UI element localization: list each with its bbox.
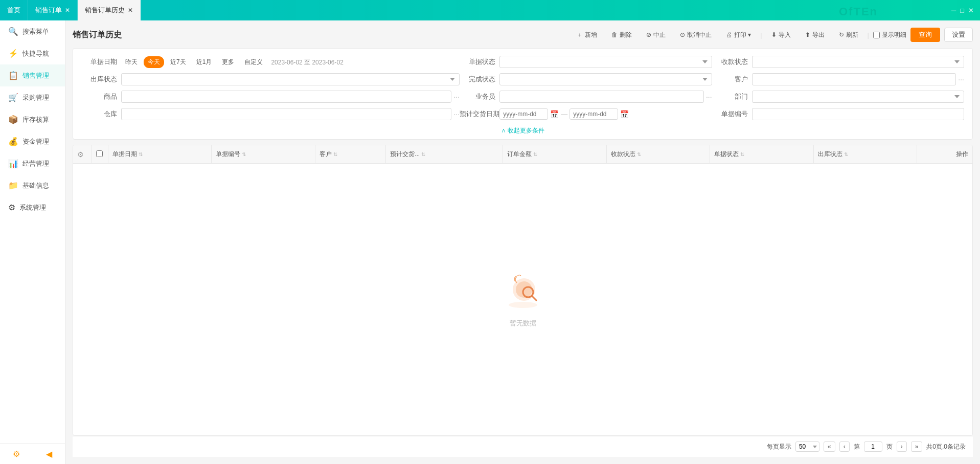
tab-close-sales-order[interactable]: ✕ [65, 7, 70, 14]
date-separator: — [561, 111, 567, 118]
th-order-no[interactable]: 单据编号⇅ [212, 145, 315, 164]
next-page-button[interactable]: › [897, 441, 907, 452]
customer-input[interactable] [752, 73, 956, 85]
print-button[interactable]: 🖨 打印 ▾ [721, 28, 756, 42]
th-amount[interactable]: 订单金额⇅ [503, 145, 607, 164]
total-text: 共0页,0条记录 [926, 443, 966, 451]
export-icon: ⬆ [805, 31, 810, 38]
new-button[interactable]: ＋ 新增 [572, 28, 602, 42]
collapse-filter-bar[interactable]: ∧ 收起更多条件 [81, 125, 964, 135]
delete-button[interactable]: 🗑 删除 [606, 28, 637, 42]
export-button[interactable]: ⬆ 导出 [800, 28, 830, 42]
system-mgmt-icon: ⚙ [8, 203, 15, 212]
dept-select[interactable] [752, 91, 964, 103]
empty-state: 暂无数据 [73, 164, 972, 435]
th-date[interactable]: 单据日期⇅ [108, 145, 212, 164]
date-tab-more[interactable]: 更多 [218, 56, 238, 68]
sidebar-item-quick-nav[interactable]: ⚡ 快捷导航 [0, 42, 65, 64]
delivery-date-start-calendar-icon[interactable]: 📅 [550, 110, 559, 118]
inventory-icon: 📦 [8, 115, 18, 124]
tab-sales-order[interactable]: 销售订单 ✕ [28, 0, 78, 20]
settings-bottom-icon[interactable]: ⚙ [13, 449, 20, 459]
sidebar-item-system-mgmt[interactable]: ⚙ 系统管理 [0, 196, 65, 218]
warehouse-input[interactable] [121, 108, 451, 120]
date-tab-yesterday[interactable]: 昨天 [121, 56, 142, 68]
page-title: 销售订单历史 [73, 30, 572, 40]
settings-button[interactable]: 设置 [944, 28, 973, 42]
date-tab-7days[interactable]: 近7天 [166, 56, 190, 68]
th-receipt-status[interactable]: 收款状态⇅ [606, 145, 710, 164]
delivery-date-end-calendar-icon[interactable]: 📅 [620, 110, 629, 118]
sort-delivery-icon: ⇅ [421, 151, 425, 157]
complete-status-select[interactable] [499, 73, 712, 85]
select-all-checkbox[interactable] [96, 150, 103, 157]
th-customer[interactable]: 客户⇅ [315, 145, 386, 164]
date-filter-control: 昨天 今天 近7天 近1月 更多 自定义 2023-06-02 至 2023-0… [121, 56, 460, 68]
page-unit: 页 [886, 443, 893, 451]
print-icon: 🖨 [726, 31, 732, 38]
maximize-icon[interactable]: □ [960, 7, 964, 14]
filter-row-1: 单据日期 昨天 今天 近7天 近1月 更多 自定义 2023-06-02 至 2… [81, 56, 964, 68]
minimize-icon[interactable]: ─ [951, 7, 956, 14]
tab-close-sales-order-history[interactable]: ✕ [128, 7, 133, 14]
divider-2: | [868, 31, 869, 39]
sales-rep-picker-icon[interactable]: ··· [706, 93, 712, 101]
basic-info-icon: 📁 [8, 181, 18, 190]
sidebar-item-inventory[interactable]: 📦 库存核算 [0, 108, 65, 130]
delivery-date-start-input[interactable] [499, 108, 548, 120]
goods-input[interactable] [121, 91, 451, 103]
goods-picker-icon[interactable]: ··· [453, 93, 460, 101]
sidebar-item-search-menu[interactable]: 🔍 搜索菜单 [0, 20, 65, 42]
display-detail-checkbox[interactable] [873, 32, 880, 38]
sidebar-item-operations[interactable]: 📊 经营管理 [0, 152, 65, 174]
query-button[interactable]: 查询 [910, 28, 940, 42]
last-page-button[interactable]: » [911, 441, 923, 452]
date-tab-custom[interactable]: 自定义 [240, 56, 267, 68]
page-size-select[interactable]: 10 20 50 100 [795, 441, 819, 452]
filter-group-receipt-status: 收款状态 [712, 56, 964, 68]
th-out-status[interactable]: 出库状态⇅ [813, 145, 917, 164]
date-tab-1month[interactable]: 近1月 [192, 56, 216, 68]
stop-button[interactable]: ⊘ 中止 [641, 28, 671, 42]
sort-receipt-icon: ⇅ [637, 151, 641, 157]
page-number-input[interactable] [864, 441, 882, 452]
order-no-input[interactable] [752, 108, 964, 120]
display-detail-label: 显示明细 [882, 31, 906, 39]
sidebar-item-finance[interactable]: 💰 资金管理 [0, 130, 65, 152]
cancel-stop-button[interactable]: ⊙ 取消中止 [675, 28, 717, 42]
refresh-button[interactable]: ↻ 刷新 [834, 28, 863, 42]
top-bar: 首页 销售订单 ✕ 销售订单历史 ✕ ─ □ ✕ [0, 0, 980, 20]
goods-label: 商品 [81, 92, 117, 101]
dept-control [752, 91, 964, 103]
sales-rep-input[interactable] [499, 91, 704, 103]
th-order-status[interactable]: 单据状态⇅ [710, 145, 814, 164]
filter-row-2: 出库状态 完成状态 客户 [81, 73, 964, 85]
sidebar-item-sales-mgmt[interactable]: 📋 销售管理 [0, 64, 65, 86]
finance-icon: 💰 [8, 137, 18, 146]
first-page-button[interactable]: « [824, 441, 835, 452]
stop-icon: ⊘ [646, 31, 651, 38]
print-label: 打印 ▾ [734, 31, 751, 39]
display-detail-toggle[interactable]: 显示明细 [873, 31, 906, 39]
order-status-select[interactable] [499, 56, 712, 68]
customer-picker-icon[interactable]: ··· [958, 75, 964, 83]
warehouse-picker-icon[interactable]: ··· [453, 110, 460, 118]
sort-date-icon: ⇅ [139, 151, 143, 157]
receipt-status-select[interactable] [752, 56, 964, 68]
th-delivery-date[interactable]: 预计交货...⇅ [386, 145, 503, 164]
gear-icon[interactable]: ⚙ [77, 150, 84, 159]
sidebar-item-label: 资金管理 [22, 137, 49, 146]
tab-sales-order-history[interactable]: 销售订单历史 ✕ [78, 0, 141, 20]
delivery-date-end-input[interactable] [569, 108, 618, 120]
refresh-label: 刷新 [846, 31, 858, 39]
sidebar-item-purchase-mgmt[interactable]: 🛒 采购管理 [0, 86, 65, 108]
prev-page-button[interactable]: ‹ [839, 441, 850, 452]
close-icon[interactable]: ✕ [968, 7, 974, 14]
date-tab-today[interactable]: 今天 [144, 56, 164, 68]
sidebar-item-basic-info[interactable]: 📁 基础信息 [0, 174, 65, 196]
import-button[interactable]: ⬇ 导入 [766, 28, 796, 42]
tab-home[interactable]: 首页 [0, 0, 28, 20]
collapse-sidebar-icon[interactable]: ◀ [46, 449, 52, 459]
empty-icon [503, 272, 543, 313]
out-status-select[interactable] [121, 73, 460, 85]
